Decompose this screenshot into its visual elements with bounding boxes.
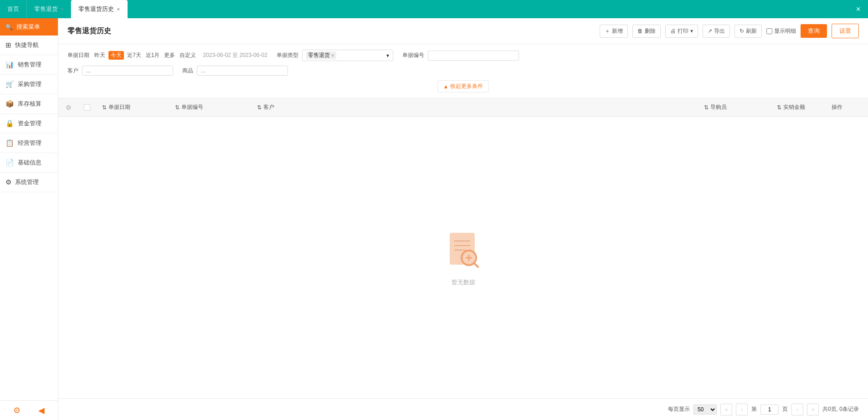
sidebar-item-quick-nav[interactable]: ⊞ 快捷导航 [0, 36, 58, 55]
sidebar-item-system-label: 系统管理 [15, 178, 39, 186]
page-header: 零售退货历史 ＋ 新增 🗑 删除 🖨 打印 ▾ ↗ 导出 [58, 18, 868, 44]
th-date[interactable]: ⇅ 单据日期 [98, 103, 171, 111]
th-action-text: 操作 [832, 103, 842, 111]
sidebar-item-operations-label: 经营管理 [18, 139, 41, 147]
th-date-text: 单据日期 [108, 103, 130, 111]
table-header: ⚙ ⇅ 单据日期 ⇅ 单据编号 ⇅ 客户 ⇅ [58, 98, 868, 117]
th-guide-sort-icon: ⇅ [704, 104, 709, 111]
search-icon: 🔍 [5, 24, 13, 31]
th-checkbox [80, 104, 98, 111]
shortcut-yesterday[interactable]: 昨天 [93, 51, 107, 60]
page-prev-button[interactable]: ‹ [736, 404, 748, 415]
sidebar-item-sales-mgmt[interactable]: 📊 销售管理 [0, 55, 58, 75]
page-last-button[interactable]: » [807, 404, 819, 415]
goods-filter: 商品 [182, 66, 288, 76]
th-number[interactable]: ⇅ 单据编号 [171, 103, 253, 111]
sidebar-item-purchase-mgmt[interactable]: 🛒 采购管理 [0, 75, 58, 94]
window-close-icon[interactable]: × [856, 5, 861, 14]
goods-input[interactable] [197, 66, 288, 76]
new-button[interactable]: ＋ 新增 [600, 25, 628, 38]
quick-nav-icon: ⊞ [5, 41, 11, 49]
refresh-button[interactable]: ↻ 刷新 [734, 25, 762, 38]
bill-type-tag-close[interactable]: × [331, 52, 334, 59]
table-area: ⚙ ⇅ 单据日期 ⇅ 单据编号 ⇅ 客户 ⇅ [58, 98, 868, 398]
show-detail-label: 显示明细 [774, 27, 796, 35]
refresh-label: 刷新 [746, 27, 757, 35]
select-all-checkbox[interactable] [84, 104, 90, 111]
collapse-icon: ▲ [443, 83, 449, 90]
sidebar-item-inventory[interactable]: 📦 库存核算 [0, 94, 58, 114]
page-size-label: 每页显示 [668, 405, 690, 413]
settings-bottom-icon[interactable]: ⚙ [13, 405, 21, 415]
sidebar-top: 🔍 搜索菜单 ⊞ 快捷导航 📊 销售管理 🛒 采购管理 📦 库存核算 🔒 [0, 18, 58, 192]
bill-type-dropdown-icon: ▾ [386, 52, 389, 59]
table-body: 暂无数据 [58, 117, 868, 398]
content-area: 零售退货历史 ＋ 新增 🗑 删除 🖨 打印 ▾ ↗ 导出 [58, 18, 868, 420]
svg-line-5 [474, 263, 478, 267]
show-detail-checkbox-label[interactable]: 显示明细 [766, 27, 796, 35]
shortcut-more[interactable]: 更多 [163, 51, 176, 60]
print-button[interactable]: 🖨 打印 ▾ [665, 25, 698, 38]
sidebar-search[interactable]: 🔍 搜索菜单 [0, 18, 58, 36]
print-label: 打印 [678, 27, 688, 35]
delete-button[interactable]: 🗑 删除 [632, 25, 661, 38]
sidebar-item-basic-info-label: 基础信息 [18, 159, 41, 167]
new-label: 新增 [612, 27, 623, 35]
page-size-select[interactable]: 20 50 100 [693, 405, 717, 415]
shortcut-7days[interactable]: 近7天 [126, 51, 143, 60]
export-button[interactable]: ↗ 导出 [703, 25, 730, 38]
top-bar: 首页 零售退货 × 零售退货历史 × × [0, 0, 868, 18]
th-number-text: 单据编号 [181, 103, 203, 111]
tab-retail-return[interactable]: 零售退货 × [27, 0, 71, 18]
th-date-label: ⇅ [102, 104, 107, 111]
shortcut-today[interactable]: 今天 [108, 51, 124, 60]
sidebar-item-basic-info[interactable]: 📄 基础信息 [0, 153, 58, 173]
shortcut-1month[interactable]: 近1月 [144, 51, 161, 60]
th-amount-text: 实销金额 [783, 103, 805, 111]
bill-number-input[interactable] [428, 51, 519, 61]
collapse-row: ▲ 收起更多条件 [67, 80, 859, 92]
tab-home[interactable]: 首页 [0, 0, 27, 18]
date-filter: 单据日期 昨天 今天 近7天 近1月 更多 自定义 2023-06-02 至 2… [67, 51, 267, 60]
sidebar-item-system[interactable]: ⚙ 系统管理 [0, 173, 58, 192]
goods-label: 商品 [182, 67, 193, 75]
page-number-input[interactable] [760, 405, 779, 415]
finance-icon: 🔒 [5, 119, 14, 128]
shortcut-custom[interactable]: 自定义 [178, 51, 197, 60]
collapse-button[interactable]: ▲ 收起更多条件 [437, 80, 489, 92]
tab-retail-return-history-close[interactable]: × [117, 6, 119, 12]
delete-label: 删除 [645, 27, 656, 35]
sidebar-item-purchase-label: 采购管理 [18, 80, 41, 88]
sidebar-item-finance[interactable]: 🔒 资金管理 [0, 114, 58, 133]
sidebar-item-sales-label: 销售管理 [18, 61, 41, 69]
empty-text: 暂无数据 [452, 278, 475, 287]
page-next-button[interactable]: › [791, 404, 803, 415]
purchase-icon: 🛒 [5, 80, 14, 88]
sidebar: 🔍 搜索菜单 ⊞ 快捷导航 📊 销售管理 🛒 采购管理 📦 库存核算 🔒 [0, 18, 58, 420]
show-detail-checkbox[interactable] [766, 28, 772, 34]
th-settings: ⚙ [62, 104, 80, 111]
export-label: 导出 [714, 27, 725, 35]
th-customer[interactable]: ⇅ 客户 [253, 103, 700, 111]
settings-button[interactable]: 设置 [832, 24, 859, 38]
page-first-button[interactable]: « [720, 404, 732, 415]
filter-area: 单据日期 昨天 今天 近7天 近1月 更多 自定义 2023-06-02 至 2… [58, 44, 868, 98]
column-settings-icon[interactable]: ⚙ [66, 104, 72, 111]
sidebar-item-operations[interactable]: 📋 经营管理 [0, 133, 58, 153]
customer-input[interactable] [82, 66, 173, 76]
th-customer-text: 客户 [263, 103, 274, 111]
query-button[interactable]: 查询 [801, 24, 827, 38]
tab-retail-return-history[interactable]: 零售退货历史 × [71, 0, 127, 18]
sidebar-item-inventory-label: 库存核算 [18, 100, 41, 108]
th-guide[interactable]: ⇅ 导购员 [700, 103, 773, 111]
collapse-sidebar-icon[interactable]: ◀ [38, 405, 45, 415]
th-amount[interactable]: ⇅ 实销金额 [773, 103, 828, 111]
bill-type-select[interactable]: 零售退货 × ▾ [302, 50, 393, 61]
export-icon: ↗ [708, 28, 712, 34]
system-icon: ⚙ [5, 178, 11, 186]
tab-retail-return-close[interactable]: × [61, 6, 63, 12]
sidebar-item-finance-label: 资金管理 [18, 119, 41, 128]
new-icon: ＋ [605, 27, 610, 35]
th-guide-text: 导购员 [710, 103, 727, 111]
main-layout: 🔍 搜索菜单 ⊞ 快捷导航 📊 销售管理 🛒 采购管理 📦 库存核算 🔒 [0, 18, 868, 420]
